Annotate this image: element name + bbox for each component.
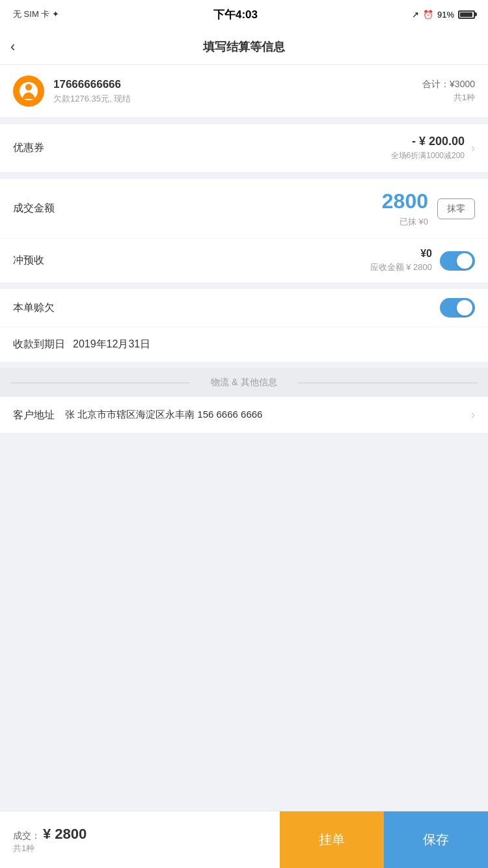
bottom-bar: 成交： ¥ 2800 共1种 挂单 保存 [0, 811, 488, 868]
customer-info: 17666666666 欠款1276.35元, 现结 [53, 78, 131, 105]
prepay-section: 冲预收 ¥0 应收金额 ¥ 2800 [0, 238, 488, 282]
divider-5 [0, 433, 488, 550]
amount-erased: 已抹 ¥0 [382, 216, 428, 228]
due-date-value: 2019年12月31日 [73, 338, 150, 351]
bottom-deal-row: 成交： ¥ 2800 [13, 826, 267, 843]
amount-value: 2800 [382, 189, 428, 213]
customer-left: 17666666666 欠款1276.35元, 现结 [13, 75, 131, 107]
status-time: 下午4:03 [213, 7, 258, 22]
divider-line-right [298, 383, 478, 383]
prepay-amount: ¥0 [370, 248, 432, 260]
content-area: 17666666666 欠款1276.35元, 现结 合计：¥3000 共1种 … [0, 65, 488, 608]
back-button[interactable]: ‹ [10, 38, 15, 55]
coupon-info: - ¥ 200.00 全场6折满1000减200 [391, 135, 465, 161]
customer-debt: 欠款1276.35元, 现结 [53, 93, 131, 105]
address-row[interactable]: 客户地址 张 北京市市辖区海淀区永丰南 156 6666 6666 › [0, 397, 488, 433]
deal-count: 共1种 [13, 843, 267, 854]
coupon-right: - ¥ 200.00 全场6折满1000减200 › [391, 135, 475, 161]
prepay-amount-wrapper: ¥0 应收金额 ¥ 2800 [370, 248, 432, 273]
debt-toggle[interactable] [440, 298, 475, 318]
total-label: 合计：¥3000 [422, 79, 475, 90]
coupon-desc: 全场6折满1000减200 [391, 150, 465, 161]
page-title: 填写结算等信息 [203, 39, 285, 55]
due-date-label: 收款到期日 [13, 338, 65, 351]
section-label-text: 物流 & 其他信息 [211, 377, 277, 388]
avatar-icon [20, 82, 38, 100]
nav-bar: ‹ 填写结算等信息 [0, 29, 488, 65]
prepay-sub: 应收金额 ¥ 2800 [370, 262, 432, 273]
deal-label: 成交： [13, 830, 40, 842]
round-button[interactable]: 抹零 [437, 198, 475, 219]
address-label: 客户地址 [13, 409, 55, 422]
prepay-right: ¥0 应收金额 ¥ 2800 [370, 248, 475, 273]
section-label-divider: 物流 & 其他信息 [0, 368, 488, 397]
customer-card: 17666666666 欠款1276.35元, 现结 合计：¥3000 共1种 [0, 65, 488, 118]
save-button[interactable]: 保存 [384, 811, 488, 868]
amount-right: 2800 已抹 ¥0 抹零 [382, 189, 475, 228]
battery-percent: 91% [437, 10, 454, 20]
avatar [13, 75, 44, 107]
coupon-discount: - ¥ 200.00 [391, 135, 465, 148]
coupon-chevron-icon: › [471, 141, 475, 155]
deal-amount: ¥ 2800 [43, 826, 87, 843]
amount-value-wrapper: 2800 已抹 ¥0 [382, 189, 428, 228]
address-chevron-icon: › [471, 408, 475, 422]
due-date-row: 收款到期日 2019年12月31日 [0, 327, 488, 362]
sim-label: 无 SIM 卡 ✦ [13, 8, 59, 20]
total-count: 共1种 [422, 92, 475, 103]
bottom-buttons: 挂单 保存 [280, 811, 488, 868]
status-bar: 无 SIM 卡 ✦ 下午4:03 ↗ ⏰ 91% [0, 0, 488, 29]
amount-row: 成交金额 2800 已抹 ¥0 抹零 [13, 189, 475, 228]
alarm-icon: ⏰ [423, 10, 433, 20]
status-right: ↗ ⏰ 91% [412, 10, 475, 20]
location-icon: ↗ [412, 10, 419, 20]
divider-3 [0, 282, 488, 289]
divider-1 [0, 118, 488, 124]
prepay-label: 冲预收 [13, 254, 44, 267]
status-left: 无 SIM 卡 ✦ [13, 8, 59, 20]
debt-row: 本单赊欠 [0, 289, 488, 327]
bottom-info: 成交： ¥ 2800 共1种 [0, 826, 280, 854]
prepay-row: 冲预收 ¥0 应收金额 ¥ 2800 [13, 248, 475, 273]
amount-section: 成交金额 2800 已抹 ¥0 抹零 [0, 179, 488, 238]
coupon-label: 优惠券 [13, 141, 44, 155]
battery-icon [458, 10, 475, 19]
customer-phone: 17666666666 [53, 78, 131, 91]
customer-right: 合计：¥3000 共1种 [422, 79, 475, 103]
divider-line-left [10, 383, 190, 383]
amount-label: 成交金额 [13, 202, 55, 215]
prepay-toggle[interactable] [440, 251, 475, 271]
divider-4 [0, 362, 488, 368]
debt-label: 本单赊欠 [13, 301, 55, 315]
address-value: 张 北京市市辖区海淀区永丰南 156 6666 6666 [65, 407, 461, 422]
hang-button[interactable]: 挂单 [280, 811, 384, 868]
coupon-row[interactable]: 优惠券 - ¥ 200.00 全场6折满1000减200 › [0, 124, 488, 172]
divider-2 [0, 172, 488, 179]
